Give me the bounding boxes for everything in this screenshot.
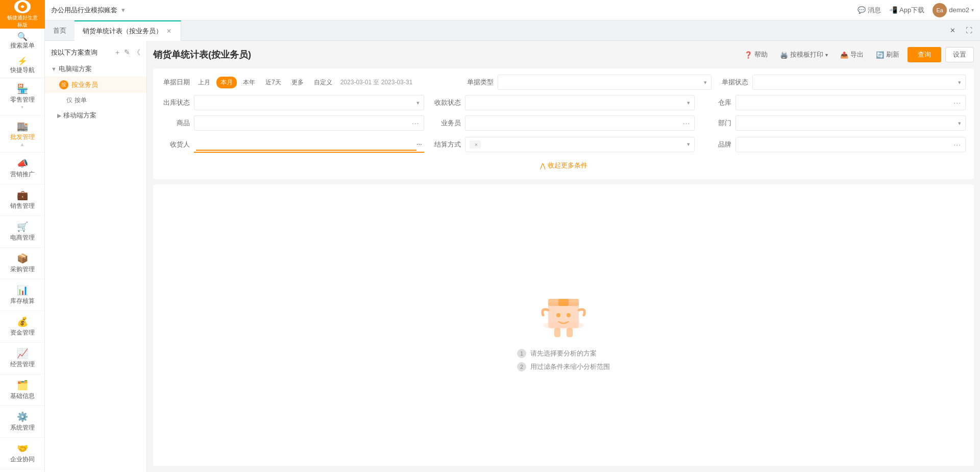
workspace-dropdown-icon[interactable]: ▾: [121, 6, 125, 14]
sidebar-item-system[interactable]: ⚙️ 系统管理: [0, 406, 44, 438]
user-menu[interactable]: Ea demo2 ▾: [933, 3, 974, 17]
sidebar-item-purchase[interactable]: 📦 采购管理: [0, 248, 44, 279]
sidebar-item-enterprise[interactable]: 🤝 企业协同: [0, 438, 44, 469]
consignee-input[interactable]: [196, 137, 416, 151]
step-2-num: 2: [517, 362, 526, 371]
refresh-icon: 🔄: [876, 51, 884, 59]
sidebar-item-ecommerce[interactable]: 🛒 电商管理: [0, 216, 44, 248]
left-panel-item-by-order[interactable]: 仅 按单: [45, 93, 146, 108]
tab-home-label: 首页: [53, 26, 66, 35]
left-panel-title: 按以下方案查询: [51, 48, 97, 57]
warehouse-label: 仓库: [703, 98, 731, 107]
receipt-status-select[interactable]: ▾: [465, 95, 695, 110]
product-select[interactable]: ···: [194, 115, 424, 131]
step-1-text: 请先选择要分析的方案: [530, 349, 597, 358]
sidebar-item-newbie[interactable]: 🌟 新手引导: [0, 469, 44, 472]
tab-fullscreen-btn[interactable]: ⛶: [962, 23, 976, 38]
left-panel-collapse-icon[interactable]: 《: [133, 48, 140, 57]
sidebar-item-operations[interactable]: 📈 经营管理: [0, 343, 44, 374]
dept-select[interactable]: ▾: [736, 115, 966, 131]
sidebar-quick-nav[interactable]: ⚡ 快捷导航: [0, 53, 44, 78]
arrow-right-icon: ▶: [57, 112, 61, 119]
tab-home[interactable]: 首页: [45, 20, 75, 41]
left-panel-group-desktop-title[interactable]: ▼ 电脑端方案: [45, 61, 146, 77]
tab-close-icon[interactable]: ✕: [165, 27, 173, 36]
doc-status-label: 单据状态: [720, 78, 748, 87]
payment-select[interactable]: × ▾: [465, 137, 695, 152]
page-title: 销货单统计表(按业务员): [153, 49, 251, 61]
print-btn[interactable]: 🖨️ 按模板打印 ▾: [776, 48, 832, 61]
out-status-select[interactable]: ▾: [194, 95, 424, 110]
svg-rect-4: [558, 299, 569, 306]
date-tab-last-month[interactable]: 上月: [194, 77, 214, 88]
payment-tag-close-icon[interactable]: ×: [475, 141, 478, 148]
inventory-icon: 📊: [17, 285, 28, 296]
search-icon: 🔍: [17, 32, 28, 41]
left-panel-edit-icon[interactable]: ✎: [124, 48, 130, 57]
product-label: 商品: [161, 119, 190, 128]
by-order-icon: 仅: [66, 96, 72, 105]
tabbar-actions: ✕ ⛶: [945, 23, 980, 38]
sidebar-item-wholesale[interactable]: 🏬 批发管理 ▲: [0, 115, 44, 153]
message-btn[interactable]: 💬 消息: [857, 6, 881, 15]
out-status-label: 出库状态: [161, 98, 190, 107]
sidebar-search[interactable]: 🔍 搜索菜单: [10, 29, 35, 53]
staff-dots-icon: ···: [683, 119, 691, 127]
dropdown-icon: ▾: [21, 104, 23, 110]
date-tab-last-7[interactable]: 近7天: [261, 77, 285, 88]
sidebar-item-label-retail: 零售管理: [10, 96, 35, 104]
date-tab-custom[interactable]: 自定义: [310, 77, 336, 88]
query-button[interactable]: 查询: [908, 47, 941, 62]
doc-type-select[interactable]: ▾: [498, 75, 712, 90]
sidebar-item-label-sales: 销售管理: [10, 202, 35, 210]
sidebar-search-label: 搜索菜单: [10, 41, 35, 50]
empty-step-1: 1 请先选择要分析的方案: [517, 349, 610, 358]
tab-sales-stats[interactable]: 销货单统计表（按业务员） ✕: [75, 20, 181, 41]
doc-status-dropdown-icon: ▾: [958, 79, 961, 86]
date-range: 2023-03-01 至 2023-03-31: [340, 78, 412, 87]
logo-subtitle: 标版: [17, 21, 28, 29]
sidebar-item-marketing[interactable]: 📣 营销推广: [0, 153, 44, 184]
sidebar-item-retail[interactable]: 🏪 零售管理 ▾: [0, 78, 44, 115]
date-tab-this-month[interactable]: 本月: [216, 77, 237, 88]
warehouse-select[interactable]: ···: [736, 95, 966, 110]
sidebar: 畅捷通好生意 标版 🔍 搜索菜单 ⚡ 快捷导航 🏪 零售管理 ▾ 🏬 批发管理 …: [0, 0, 45, 472]
doc-type-label: 单据类型: [465, 78, 494, 87]
avatar: Ea: [933, 3, 947, 17]
left-panel-item-by-staff[interactable]: 按 按业务员: [45, 77, 146, 93]
print-icon: 🖨️: [780, 51, 788, 59]
staff-label: 业务员: [432, 119, 461, 128]
left-panel-group-mobile-title[interactable]: ▶ 移动端方案: [45, 108, 146, 123]
date-tab-this-year[interactable]: 本年: [239, 77, 259, 88]
sidebar-item-inventory[interactable]: 📊 库存核算: [0, 279, 44, 311]
out-status-dropdown-icon: ▾: [416, 100, 420, 106]
svg-rect-2: [548, 302, 579, 328]
export-btn[interactable]: 📤 导出: [836, 48, 868, 61]
doc-status-select[interactable]: ▾: [752, 75, 966, 90]
page-actions: ❓ 帮助 🖨️ 按模板打印 ▾ 📤 导出 🔄 刷新: [740, 47, 974, 62]
staff-select[interactable]: ···: [465, 115, 695, 131]
sidebar-item-sales[interactable]: 💼 销售管理: [0, 184, 44, 216]
app-download-btn[interactable]: 📲 App下载: [889, 6, 924, 15]
sidebar-item-basic[interactable]: 🗂️ 基础信息: [0, 374, 44, 406]
left-panel-add-icon[interactable]: ＋: [114, 48, 121, 57]
quick-nav-icon: ⚡: [17, 56, 28, 66]
print-label: 按模板打印: [790, 50, 823, 59]
brand-dots-icon: ···: [953, 140, 961, 149]
refresh-btn[interactable]: 🔄 刷新: [872, 48, 903, 61]
help-btn[interactable]: ❓ 帮助: [740, 48, 772, 61]
topbar: 办公用品行业模拟账套 ▾ 💬 消息 📲 App下载 Ea demo2 ▾: [45, 0, 980, 20]
setting-button[interactable]: 设置: [945, 47, 974, 62]
by-staff-circle-icon: 按: [59, 80, 68, 89]
sidebar-item-finance[interactable]: 💰 资金管理: [0, 311, 44, 343]
date-tab-more[interactable]: 更多: [287, 77, 308, 88]
ecommerce-icon: 🛒: [17, 221, 28, 232]
brand-select[interactable]: ···: [736, 137, 966, 152]
payment-label: 结算方式: [432, 140, 461, 149]
collapse-btn[interactable]: ⋀ 收起更多条件: [161, 158, 966, 173]
logo-icon: [14, 0, 31, 13]
doc-type-dropdown-icon: ▾: [704, 79, 707, 86]
empty-steps: 1 请先选择要分析的方案 2 用过滤条件来缩小分析范围: [517, 349, 610, 371]
tab-close-all-btn[interactable]: ✕: [945, 23, 960, 38]
filter-row-1: 单据日期 上月 本月 本年 近7天 更多 自定义 2023-03-01 至 20…: [161, 75, 966, 90]
